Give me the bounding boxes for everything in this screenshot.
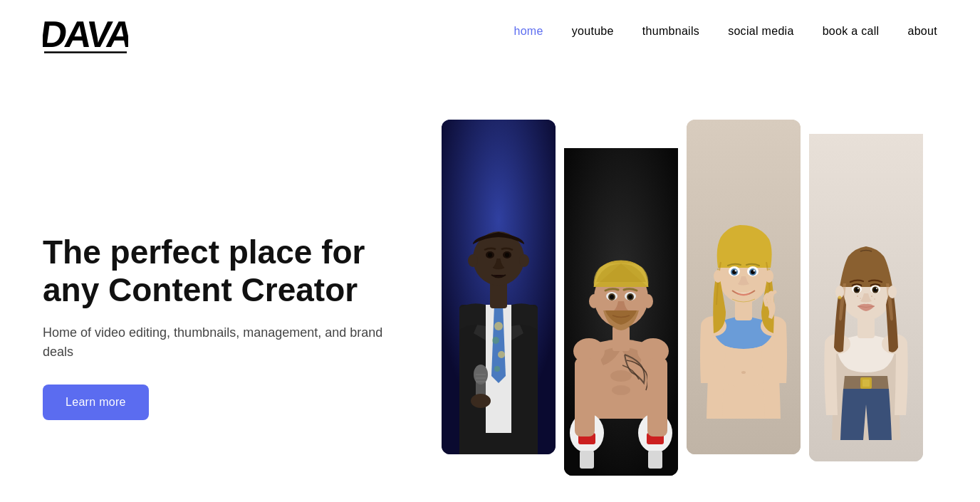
learn-more-button[interactable]: Learn more [43, 385, 149, 420]
hero-section: The perfect place for any Content Creato… [43, 105, 413, 420]
svg-point-62 [765, 270, 773, 283]
svg-point-59 [735, 270, 737, 272]
svg-point-6 [492, 337, 499, 344]
svg-point-22 [471, 394, 491, 408]
svg-point-80 [871, 296, 872, 297]
main-nav: home youtube thumbnails social media boo… [514, 25, 937, 38]
svg-point-7 [498, 351, 505, 358]
gallery-image-2 [564, 134, 678, 476]
logo-icon: DAVA [43, 6, 128, 56]
svg-rect-43 [580, 451, 594, 469]
svg-point-5 [494, 322, 503, 330]
site-header: DAVA home youtube thumbnails social medi… [0, 0, 980, 63]
person-4-illustration [809, 134, 923, 461]
nav-item-youtube[interactable]: youtube [572, 25, 614, 38]
svg-point-79 [860, 298, 861, 299]
svg-point-48 [741, 371, 746, 374]
svg-point-36 [628, 295, 632, 299]
nav-item-about[interactable]: about [907, 25, 937, 38]
person-2-illustration [564, 148, 678, 476]
svg-rect-44 [648, 451, 662, 469]
nav-item-home[interactable]: home [514, 25, 543, 38]
svg-point-13 [488, 253, 492, 257]
hero-subtitle: Home of video editing, thumbnails, manag… [43, 323, 413, 362]
svg-point-60 [754, 270, 756, 272]
svg-point-38 [643, 294, 653, 308]
svg-point-15 [468, 254, 478, 267]
svg-text:DAVA: DAVA [43, 14, 128, 56]
svg-point-16 [519, 254, 529, 267]
nav-item-thumbnails[interactable]: thumbnails [642, 25, 699, 38]
svg-point-81 [874, 298, 875, 300]
svg-point-77 [876, 288, 877, 289]
person-3-illustration [687, 120, 801, 454]
svg-rect-46 [647, 358, 667, 436]
svg-point-76 [858, 288, 859, 289]
svg-point-25 [610, 370, 632, 382]
svg-rect-65 [862, 380, 870, 387]
gallery-image-4 [809, 127, 923, 461]
svg-point-35 [610, 295, 614, 299]
svg-rect-45 [575, 358, 595, 436]
main-content: The perfect place for any Content Creato… [0, 63, 980, 502]
nav-item-book-a-call[interactable]: book a call [823, 25, 880, 38]
nav-item-social-media[interactable]: social media [728, 25, 794, 38]
logo[interactable]: DAVA [43, 6, 128, 56]
svg-point-37 [589, 294, 599, 308]
gallery-image-1 [442, 120, 556, 454]
svg-point-14 [505, 253, 509, 257]
hero-title: The perfect place for any Content Creato… [43, 234, 413, 309]
image-gallery [413, 105, 937, 476]
svg-point-78 [857, 296, 858, 297]
person-1-illustration [442, 120, 556, 454]
svg-point-84 [838, 296, 842, 300]
svg-point-8 [494, 366, 500, 372]
svg-point-83 [888, 286, 897, 298]
svg-point-26 [612, 385, 630, 395]
gallery-image-3 [687, 120, 801, 454]
svg-point-61 [714, 270, 722, 283]
